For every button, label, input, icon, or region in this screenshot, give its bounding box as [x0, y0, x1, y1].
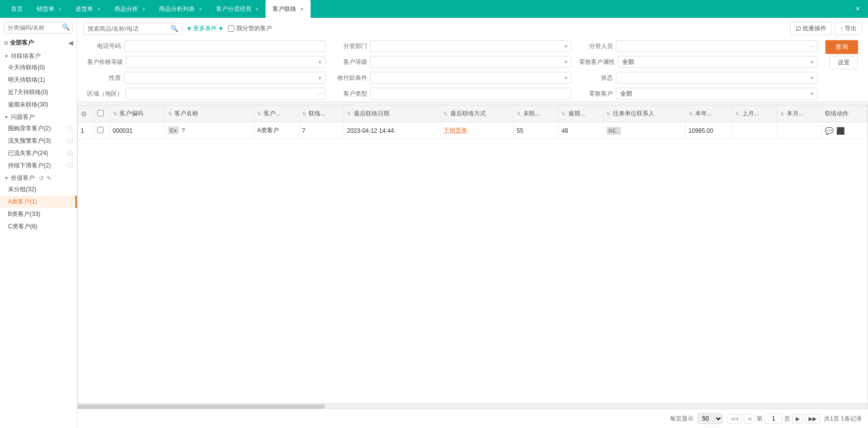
group-value-customers[interactable]: ▼ 价值客户 ↺ ✎: [0, 172, 77, 183]
col-last-month-label: 上月...: [742, 110, 759, 117]
close-all-tabs[interactable]: ×: [852, 4, 864, 13]
sidebar-search-icon[interactable]: 🔍: [62, 23, 70, 31]
nature-input[interactable]: [124, 72, 326, 84]
col-type: ⇅ 客户...: [254, 106, 299, 122]
customer-tier-tab-close[interactable]: ×: [256, 6, 259, 12]
info-icon-2: ⓘ: [67, 137, 73, 145]
sidebar-collapse-btn[interactable]: ◀: [68, 40, 73, 47]
first-page-btn[interactable]: ◀◀: [727, 414, 742, 424]
sort-icon-code: ⇅: [113, 111, 117, 116]
row-contact: 7: [302, 127, 306, 134]
filter-cell-status: 状态 ▼: [575, 70, 821, 86]
sidebar-item-overdue[interactable]: 逾期未联络(30): [0, 99, 77, 111]
page-size-select[interactable]: 50 100 200: [698, 413, 723, 424]
settings-btn[interactable]: 设置: [829, 56, 858, 69]
customer-level-input[interactable]: [370, 56, 572, 68]
nav-tab-customer-contact[interactable]: 客户联络 ×: [266, 0, 310, 18]
sidebar-item-churned[interactable]: 已流失客户(24) ⓘ: [0, 147, 77, 160]
payment-input[interactable]: [370, 72, 572, 84]
qrcode-icon[interactable]: ⬛: [836, 127, 845, 135]
filter-search-wrap: 🔍: [83, 23, 182, 35]
col-uncontacted-label: 未联...: [523, 110, 540, 117]
scatter-attr-input[interactable]: [618, 56, 817, 68]
filter-search-icon[interactable]: 🔍: [170, 25, 178, 32]
my-customers-checkbox[interactable]: [228, 25, 234, 32]
scatter-cust-input[interactable]: [616, 88, 817, 100]
goods-list-tab-label: 商品分析列表: [159, 5, 195, 13]
group-pending-contact[interactable]: ▼ 待联络客户: [0, 50, 77, 61]
filter-search-input[interactable]: [83, 23, 182, 35]
col-last-method-label: 最后联络方式: [450, 110, 486, 117]
row-name-cell: Ea ？: [165, 122, 254, 139]
row-last-method[interactable]: 下销货单: [443, 127, 467, 134]
row-checkbox-cell: [94, 122, 109, 139]
page-unit: 页: [784, 415, 790, 423]
prev-page-btn[interactable]: ◀: [744, 414, 755, 424]
purchase-tab-close[interactable]: ×: [97, 6, 100, 12]
row-this-month-cell: [777, 122, 822, 139]
nav-tab-sales[interactable]: 销货单 ×: [30, 0, 68, 18]
contacts-tag: RE .: [606, 127, 621, 135]
col-uncontacted: ⇅ 未联...: [513, 106, 558, 122]
sidebar-item-class-a[interactable]: A类客户(1): [0, 196, 77, 208]
more-conditions-btn[interactable]: ▼ 更多条件 ▼: [186, 24, 224, 33]
phone-input[interactable]: [124, 40, 326, 52]
customer-level-input-wrap: ▼: [370, 56, 572, 68]
area-input[interactable]: [126, 88, 326, 100]
sort-icon-last-month: ⇅: [735, 111, 739, 116]
status-input[interactable]: [616, 72, 817, 84]
sidebar-item-tomorrow[interactable]: 明天待联络(1): [0, 74, 77, 86]
grid-icon: ⊞: [4, 40, 8, 46]
row-contact-cell: 7: [299, 122, 344, 139]
col-name: ⇅ 客户名称: [165, 106, 254, 122]
filter-cell-phone: 电话号码: [83, 38, 329, 54]
phone-input-wrap: [124, 40, 326, 52]
filter-cell-dept: 分管部门 ▼: [329, 38, 576, 54]
sort-icon-this-year: ⇅: [689, 111, 693, 116]
batch-op-btn[interactable]: ☑ 批量操作: [790, 22, 832, 35]
select-all-checkbox[interactable]: [97, 110, 104, 116]
settings-col-icon[interactable]: ⚙: [81, 110, 87, 118]
nav-tab-purchase[interactable]: 进货单 ×: [68, 0, 107, 18]
page-input[interactable]: [764, 414, 782, 424]
cust-type-input[interactable]: [370, 88, 572, 100]
sidebar-item-7days[interactable]: 近7天待联络(0): [0, 86, 77, 99]
7days-contact-label: 近7天待联络(0): [8, 88, 48, 97]
sidebar-item-class-b[interactable]: B类客户(33): [0, 208, 77, 220]
payment-label: 收付款条件: [333, 74, 367, 82]
chat-icon[interactable]: 💬: [825, 127, 833, 135]
tri-icon-value: ▼: [4, 175, 9, 181]
row-this-year: 10995.00: [689, 127, 713, 134]
query-btn[interactable]: 查询: [825, 40, 858, 54]
sidebar-item-declining[interactable]: 持续下滑客户(2) ⓘ: [0, 160, 77, 172]
price-level-input[interactable]: [126, 56, 326, 68]
nav-tab-goods-analysis[interactable]: 商品分析 ×: [108, 0, 152, 18]
row-checkbox[interactable]: [97, 127, 104, 133]
export-btn[interactable]: ↑ 导出: [835, 22, 862, 35]
filter-cell-customer-level: 客户等级 ▼: [329, 54, 576, 70]
sidebar-item-abnormal-purchase[interactable]: 囤购异常客户(2) ⓘ: [0, 122, 77, 135]
goods-list-tab-close[interactable]: ×: [199, 6, 202, 12]
sidebar-item-today[interactable]: 今天待联络(0): [0, 61, 77, 74]
sales-tab-close[interactable]: ×: [58, 6, 61, 12]
next-page-btn[interactable]: ▶: [792, 414, 803, 424]
h-scrollbar-thumb[interactable]: [77, 405, 325, 409]
nav-tab-customer-tier[interactable]: 客户分层经营 ×: [209, 0, 266, 18]
nav-tab-home[interactable]: 首页: [4, 0, 30, 18]
manager-input[interactable]: [616, 40, 817, 52]
sidebar-item-ungrouped[interactable]: 未分组(32): [0, 183, 77, 196]
sidebar-item-churn-warning[interactable]: 流失预警客户(3) ⓘ: [0, 135, 77, 147]
table-row: 1 000031 Ea ？ A类客户: [78, 122, 868, 139]
group-problem-customers[interactable]: ▼ 问题客户: [0, 111, 77, 122]
nav-tab-goods-list[interactable]: 商品分析列表 ×: [152, 0, 209, 18]
sidebar-item-class-c[interactable]: C类客户(6): [0, 220, 77, 233]
all-customers-label: 全部客户: [10, 39, 34, 47]
last-page-btn[interactable]: ▶▶: [805, 414, 820, 424]
customer-contact-tab-close[interactable]: ×: [300, 6, 303, 12]
edit-icon[interactable]: ✎: [47, 175, 52, 182]
goods-analysis-tab-close[interactable]: ×: [142, 6, 145, 12]
cust-type-label: 客户类型: [333, 90, 367, 98]
dept-input[interactable]: [370, 40, 572, 52]
refresh-icon[interactable]: ↺: [39, 175, 44, 182]
h-scrollbar[interactable]: [77, 404, 868, 409]
